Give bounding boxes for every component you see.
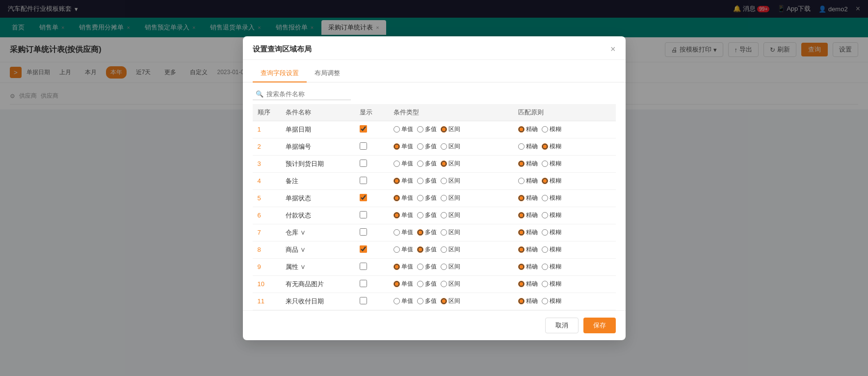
- settings-modal: 设置查询区域布局 × 查询字段设置 布局调整 🔍 顺序: [243, 36, 626, 110]
- col-header-type: 条件类型: [389, 104, 513, 110]
- search-box: 🔍: [253, 88, 351, 100]
- modal-title: 设置查询区域布局: [253, 45, 312, 54]
- col-header-seq: 顺序: [253, 104, 281, 110]
- modal-header: 设置查询区域布局 ×: [243, 36, 626, 60]
- conditions-table: 顺序 条件名称 显示 条件类型 匹配原则 1单据日期单值多值区间精确模糊2单据编…: [253, 104, 616, 110]
- col-header-match: 匹配原则: [513, 104, 615, 110]
- modal-table-wrap: 顺序 条件名称 显示 条件类型 匹配原则 1单据日期单值多值区间精确模糊2单据编…: [243, 104, 626, 110]
- modal-tabs: 查询字段设置 布局调整: [243, 60, 626, 82]
- tab-query-fields[interactable]: 查询字段设置: [253, 65, 307, 82]
- modal-search-area: 🔍: [243, 82, 626, 104]
- table-header: 顺序 条件名称 显示 条件类型 匹配原则: [253, 104, 616, 110]
- search-input[interactable]: [266, 90, 345, 98]
- col-header-name: 条件名称: [281, 104, 354, 110]
- modal-close-button[interactable]: ×: [610, 44, 616, 54]
- modal-overlay: 设置查询区域布局 × 查询字段设置 布局调整 🔍 顺序: [0, 0, 868, 109]
- search-icon: 🔍: [256, 90, 263, 98]
- col-header-show: 显示: [355, 104, 389, 110]
- tab-layout-adjust[interactable]: 布局调整: [307, 65, 348, 82]
